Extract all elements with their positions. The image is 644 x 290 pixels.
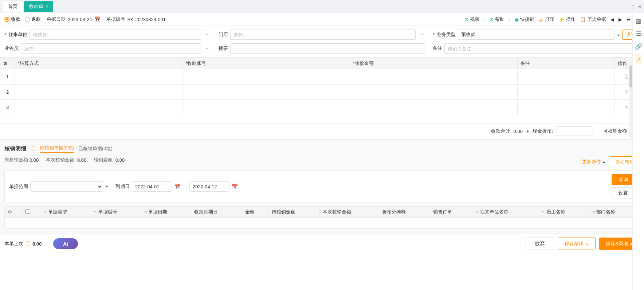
receipt-type-group: 收款 退款 — [4, 16, 41, 23]
store-input[interactable] — [230, 30, 416, 40]
amount-cell-2[interactable] — [350, 85, 517, 100]
verification-info-icon[interactable]: ⓘ — [31, 145, 35, 152]
prev-btn[interactable]: ◀ — [610, 17, 614, 22]
form-row-1: * 往来单位 ··· 门店 ··· * 业务类型 设置 — [4, 30, 640, 40]
select-all-checkbox[interactable] — [25, 209, 30, 214]
bottom-table: ⚙ ⇅ 单据类型 ⇅ 单据编号 ⇅ 单据日期 收款到期日 金额 待核销金额 本次… — [5, 206, 639, 229]
doc-no-field: 单据编号 SK-20230324-001 — [106, 16, 166, 23]
table-area: ⚙ *结算方式 *收款账号 *收款金额 备注 操作 1 — [0, 58, 644, 123]
notes-input[interactable] — [444, 43, 640, 54]
more-conditions-btn[interactable]: 更多条件 — [582, 158, 605, 165]
settlement-cell-2[interactable] — [15, 85, 182, 100]
remarks-cell-1[interactable] — [517, 69, 614, 85]
tab-close-btn[interactable]: × — [46, 4, 48, 9]
salesperson-input[interactable] — [21, 43, 201, 54]
help-btn[interactable]: ⊙ 帮助 — [490, 16, 504, 23]
operation-label: 操作 — [566, 16, 576, 23]
ai-badge-container: Ai — [53, 238, 78, 249]
form-area: * 往来单位 ··· 门店 ··· * 业务类型 设置 业务员 — [0, 26, 644, 58]
video-label: 视频 — [470, 16, 479, 23]
receipt-radio-label: 收款 — [11, 16, 20, 23]
settlement-cell-1[interactable] — [15, 69, 182, 85]
receipt-radio-dot — [4, 17, 9, 22]
doc-no-value: SK-20230324-001 — [127, 17, 166, 22]
delete-row-1-icon[interactable]: 🗑 — [624, 74, 629, 80]
table-settings-col[interactable]: ⚙ — [0, 58, 15, 69]
scrollbar-thumb[interactable] — [629, 66, 632, 87]
range-select[interactable] — [30, 181, 103, 192]
col-remarks: 备注 — [517, 58, 614, 69]
account-cell-2[interactable] — [182, 85, 350, 100]
save-draft-button[interactable]: 保存草稿 ∧ — [558, 238, 596, 250]
maximize-icon[interactable]: □ — [632, 4, 635, 9]
receipt-radio[interactable]: 收款 — [4, 16, 20, 23]
notes-field: 备注 — [433, 43, 640, 54]
date-to-input[interactable] — [189, 181, 229, 192]
query-button[interactable]: 查询 — [612, 174, 635, 185]
history-btn[interactable]: 📋 历史单据 — [580, 16, 606, 23]
pending-tab[interactable]: 待核销单据(0笔) — [40, 145, 74, 153]
remarks-cell-2[interactable] — [517, 85, 614, 100]
grid-btn[interactable]: ☰ — [627, 17, 631, 22]
sidebar-table-icon[interactable]: ▦ — [634, 16, 643, 26]
bottom-col-checkbox[interactable] — [22, 207, 41, 218]
completed-tab[interactable]: 已核销单据(0笔) — [78, 145, 113, 152]
history-label: 历史单据 — [587, 16, 606, 23]
filter-settings-button[interactable]: 设置 — [612, 187, 635, 199]
minimize-icon[interactable]: — — [624, 4, 629, 9]
bottom-col-partner: ⇅ 往来单位名称 — [473, 207, 539, 218]
print-btn[interactable]: 🖨 打印 — [539, 16, 554, 23]
delete-row-3-icon[interactable]: 🗑 — [624, 104, 629, 110]
biz-type-dropdown-icon[interactable] — [617, 32, 620, 38]
store-label: 门店 — [219, 31, 228, 38]
save-draft-chevron-icon[interactable]: ∧ — [585, 241, 589, 247]
table-row: 3 🗑 ⧉ — [0, 100, 644, 115]
store-more-btn[interactable]: ··· — [418, 31, 425, 38]
notes-label: 备注 — [433, 45, 442, 52]
current-verify-stat: 本次核销金额: 0.00 — [46, 157, 86, 163]
bottom-col-type: ⇅ 单据类型 — [41, 207, 91, 218]
summary-input[interactable] — [230, 43, 425, 54]
current-verify-value: 0.00 — [77, 157, 86, 163]
tab-receipt[interactable]: 收款单 × — [24, 1, 53, 12]
form-row-2: 业务员 ··· 摘要 备注 — [4, 43, 640, 54]
discount-input[interactable] — [557, 126, 593, 136]
video-btn[interactable]: ⊙ 视频 — [464, 16, 479, 23]
remarks-cell-3[interactable] — [517, 100, 614, 115]
tab-home[interactable]: 首页 — [3, 1, 23, 12]
more-conditions-label: 更多条件 — [582, 158, 601, 165]
window-close-icon[interactable]: × — [638, 4, 641, 9]
sidebar-list-icon[interactable]: ☰ — [635, 29, 643, 39]
abandon-button[interactable]: 放弃 — [526, 238, 554, 250]
amount-cell-3[interactable] — [350, 100, 517, 115]
date-from-input[interactable] — [132, 181, 172, 192]
footer-info-icon[interactable]: ⓘ — [25, 240, 30, 247]
salesperson-more-btn[interactable]: ··· — [204, 45, 211, 52]
sidebar-link-icon[interactable]: 🔗 — [633, 42, 644, 51]
next-btn[interactable]: ▶ — [619, 17, 622, 22]
partner-input[interactable] — [30, 30, 201, 40]
ai-badge[interactable]: Ai — [53, 238, 78, 249]
date-to-calendar-icon[interactable]: 📅 — [232, 184, 238, 189]
partner-more-btn[interactable]: ··· — [204, 31, 211, 38]
right-sidebar: ▦ ☰ 🔗 ↗ — [632, 13, 644, 290]
shortcut-btn[interactable]: ▣ 快捷键 — [514, 16, 534, 23]
verification-header: 核销明细 ⓘ 待核销单据(0笔) 已核销单据(0笔) — [4, 145, 640, 153]
settlement-cell-3[interactable] — [15, 100, 182, 115]
refund-radio[interactable]: 退款 — [25, 16, 41, 23]
diff-value: 0.00 — [115, 157, 125, 163]
sidebar-orange-icon[interactable]: ↗ — [635, 54, 642, 64]
delete-row-2-icon[interactable]: 🗑 — [624, 89, 629, 95]
unchecked-value: 0.00 — [30, 157, 39, 163]
account-cell-1[interactable] — [182, 69, 350, 85]
biz-type-input[interactable] — [458, 30, 615, 40]
account-cell-3[interactable] — [182, 100, 350, 115]
doc-date-calendar-icon[interactable]: 📅 — [94, 16, 101, 22]
amount-cell-1[interactable] — [350, 69, 517, 85]
footer-current-value: 0.00 — [32, 241, 42, 247]
date-from-calendar-icon[interactable]: 📅 — [174, 184, 180, 189]
operation-btn[interactable]: ⚡ 操作 — [559, 16, 576, 23]
bottom-col-settings[interactable]: ⚙ — [5, 207, 23, 218]
row-num-1: 1 — [0, 69, 15, 85]
unchecked-stat: 未核销金额 0.00 — [4, 157, 39, 163]
